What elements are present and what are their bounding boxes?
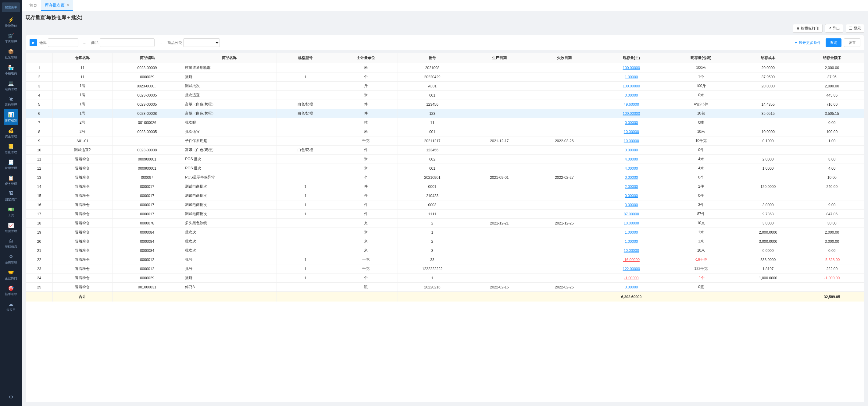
- cell-8[interactable]: 100.00000: [597, 109, 666, 118]
- cell-8[interactable]: 0.00000: [597, 283, 666, 292]
- row-number: 13: [26, 173, 53, 182]
- sidebar-item-settings[interactable]: ⚙: [8, 392, 14, 402]
- cell-8[interactable]: 1.00000: [597, 228, 666, 237]
- footer-label: 合计: [53, 292, 113, 302]
- table-row[interactable]: 82号0023-00005批次适宜米00110.0000010米10.00001…: [26, 127, 864, 136]
- cell-9: 0瓶: [666, 283, 736, 292]
- sidebar-item-asset[interactable]: 💰资金管理: [4, 125, 18, 141]
- cell-3: 1: [277, 191, 334, 200]
- cell-8[interactable]: 0.00000: [597, 173, 666, 182]
- cell-1: 0000084: [112, 246, 182, 255]
- tab-inventory-batch[interactable]: 库存批次覆✕: [41, 0, 73, 11]
- sidebar-logo[interactable]: 搜索菜单: [2, 2, 20, 12]
- sidebar-item-ecom[interactable]: 💻电商管理: [4, 78, 18, 94]
- table-row[interactable]: 18冒着粉仓0000078多头黑色软线支22021-12-212021-12-2…: [26, 219, 864, 228]
- cell-10: 35.0515: [736, 109, 800, 118]
- table-row[interactable]: 2110000029黛斯1个202204291.000001个37.950037…: [26, 72, 864, 81]
- table-row[interactable]: 22冒着粉仓0000012批号1千克33-16.00000-16千克333.00…: [26, 255, 864, 264]
- cell-8[interactable]: 10.00000: [597, 246, 666, 255]
- tab-home[interactable]: 首页: [26, 0, 41, 11]
- goods-input[interactable]: [100, 38, 155, 47]
- table-row[interactable]: 23冒着粉仓0000012批号1千克1222222222122.00000122…: [26, 264, 864, 273]
- sidebar-item-base[interactable]: 🗂基础信息: [4, 236, 18, 251]
- cell-9: 122千克: [666, 264, 736, 273]
- cell-8[interactable]: 4.00000: [597, 164, 666, 173]
- cell-8[interactable]: 1.00000: [597, 237, 666, 246]
- table-row[interactable]: 61号0023-00008富娥（白色/奶橙）白色/奶橙件123100.00000…: [26, 109, 864, 118]
- cell-8[interactable]: 0.00000: [597, 191, 666, 200]
- sidebar-item-cloud[interactable]: ☁云应用: [4, 299, 18, 315]
- table-row[interactable]: 51号0023-00005富娥（白色/奶橙）白色/奶橙件12345649.600…: [26, 100, 864, 109]
- table-row[interactable]: 21冒着粉仓0000084批次次米310.0000010米0.00000.00: [26, 246, 864, 255]
- cell-8[interactable]: 49.60000: [597, 100, 666, 109]
- cell-8[interactable]: 10.00000: [597, 127, 666, 136]
- cell-8[interactable]: 100.00000: [597, 63, 666, 72]
- cell-8[interactable]: 0.00000: [597, 118, 666, 127]
- expand-conditions[interactable]: ▼ 展开更多条件: [794, 40, 821, 45]
- cell-8[interactable]: 0.00000: [597, 91, 666, 100]
- cell-8[interactable]: 10.00000: [597, 219, 666, 228]
- table-row[interactable]: 17冒着粉仓0000017测试电商批次1件111187.0000087件9.73…: [26, 209, 864, 219]
- warehouse-input[interactable]: [48, 38, 79, 47]
- print-button[interactable]: 🖨 按模板打印: [793, 24, 823, 33]
- sidebar-item-corp[interactable]: 🤝企业协同: [4, 267, 18, 283]
- export-button[interactable]: ↗ 导出: [825, 24, 843, 33]
- table-row[interactable]: 11冒着粉仓000900001POS 批次米0024.000004米2.0000…: [26, 155, 864, 164]
- cell-6: [467, 273, 532, 283]
- reset-button[interactable]: 设置: [844, 38, 860, 47]
- table-row[interactable]: 16冒着粉仓0000017测试电商批次1件00033.000003件3.0000…: [26, 200, 864, 209]
- sidebar-item-sys[interactable]: ⚙系统管理: [4, 251, 18, 267]
- cell-8[interactable]: 4.00000: [597, 155, 666, 164]
- sidebar-item-inventory[interactable]: 📊库存核算: [4, 109, 18, 125]
- table-row[interactable]: 10测试适宜20023-00008富娥（白色/奶橙）白色/奶橙件1234560.…: [26, 145, 864, 155]
- table-row[interactable]: 12冒着粉仓000900001POS 批次米0014.000004米1.0000…: [26, 164, 864, 173]
- cell-3: 1: [277, 200, 334, 209]
- cell-8[interactable]: 10.00000: [597, 136, 666, 145]
- query-button[interactable]: 查询: [826, 38, 841, 47]
- cell-8[interactable]: 100.00000: [597, 81, 666, 91]
- sidebar-item-purchase[interactable]: 🛍采购管理: [4, 94, 18, 109]
- sidebar-item-new-guide[interactable]: 🎯新手引导: [4, 283, 18, 299]
- sidebar-item-fixed-asset[interactable]: 🏗固定资产: [4, 189, 18, 204]
- sidebar-item-ops[interactable]: 📈经营管理: [4, 220, 18, 236]
- sidebar-item-quick-nav[interactable]: ⚡快捷导航: [4, 14, 18, 30]
- cell-8[interactable]: -1.00000: [597, 273, 666, 283]
- cell-8[interactable]: 2.00000: [597, 182, 666, 191]
- cell-8[interactable]: -16.00000: [597, 255, 666, 264]
- cell-8[interactable]: 3.00000: [597, 200, 666, 209]
- sys-icon: ⚙: [9, 254, 13, 260]
- table-row[interactable]: 15冒着粉仓0000017测试电商批次1件2104230.000000件: [26, 191, 864, 200]
- sidebar-item-retail[interactable]: 🛒零售管理: [4, 30, 18, 46]
- cell-3: [277, 127, 334, 136]
- cell-8[interactable]: 0.00000: [597, 145, 666, 155]
- sidebar-item-wholesale[interactable]: 📦批发管理: [4, 46, 18, 62]
- table-row[interactable]: 25冒着粉仓001000031鲜乃A瓶202202162022-02-16202…: [26, 283, 864, 292]
- cell-6: [467, 200, 532, 209]
- category-select[interactable]: [183, 38, 220, 47]
- table-row[interactable]: 24冒着粉仓0000029黛斯1个1-1.00000-1个1,000.0000-…: [26, 273, 864, 283]
- table-row[interactable]: 13冒着粉仓000097POS显示率保异常个202109012021-09-01…: [26, 173, 864, 182]
- search-expand-btn[interactable]: ▶: [30, 39, 37, 46]
- cell-1: 0000084: [112, 237, 182, 246]
- sidebar-item-invoice[interactable]: 🧾发票管理: [4, 157, 18, 173]
- top-actions: 🖨 按模板打印 ↗ 导出 ☰ 显示: [26, 24, 864, 35]
- sidebar-item-payroll[interactable]: 💵工资: [4, 204, 18, 220]
- table-row[interactable]: 41号0023-00005批次适宜米0010.000000米445.86: [26, 91, 864, 100]
- sidebar-item-mini-ecom[interactable]: 🏪小额电商: [4, 62, 18, 78]
- cell-8[interactable]: 87.00000: [597, 209, 666, 219]
- table-row[interactable]: 72号001000026批次昵吨110.000000吨0.00: [26, 118, 864, 127]
- table-row[interactable]: 14冒着粉仓0000017测试电商批次1件00012.000002件120.00…: [26, 182, 864, 191]
- table-row[interactable]: 20冒着粉仓0000084批次次米21.000001米3,000.00003,0…: [26, 237, 864, 246]
- tab-close-inventory-batch[interactable]: ✕: [66, 3, 69, 7]
- category-label: 商品分类: [167, 40, 182, 45]
- table-row[interactable]: 31号0023-0000...测试批次斤A001100.00000100斤20.…: [26, 81, 864, 91]
- table-row[interactable]: 19冒着粉仓0000084批次次米11.000001米2,000.00002,0…: [26, 228, 864, 237]
- cell-6: [467, 118, 532, 127]
- sidebar-item-general[interactable]: 📒总账管理: [4, 141, 18, 157]
- sidebar-item-tax[interactable]: 📋税务管理: [4, 173, 18, 189]
- table-row[interactable]: 1110023-00009软磁道通用轮廓米2021098100.00000100…: [26, 63, 864, 72]
- cell-8[interactable]: 1.00000: [597, 72, 666, 81]
- display-button[interactable]: ☰ 显示: [846, 24, 864, 33]
- cell-8[interactable]: 122.00000: [597, 264, 666, 273]
- table-row[interactable]: 9A01-01子件保质期超千克202112172021-12-172022-03…: [26, 136, 864, 145]
